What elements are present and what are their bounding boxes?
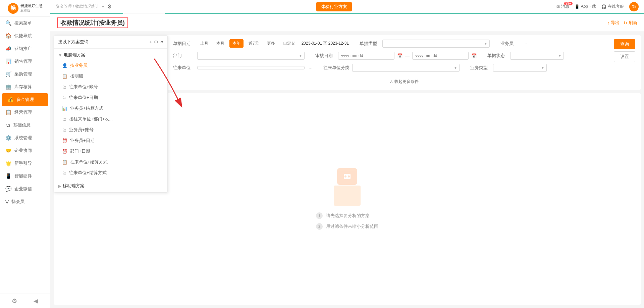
logo-icon: 畅 — [8, 3, 18, 14]
logo-badge: 标准版 — [20, 8, 43, 13]
scheme-item-by_unit_dept[interactable]: 🗂按往来单位+部门+收... — [54, 114, 167, 124]
scheme-item-by_salesperson_settlement[interactable]: 📊业务员+结算方式 — [54, 103, 167, 114]
scheme-settings-icon[interactable]: ⚙ — [154, 39, 158, 45]
counterpart-more-icon[interactable]: ··· — [309, 65, 313, 70]
step-2-text: 用过滤条件来缩小分析范围 — [326, 223, 378, 229]
doc-type-arrow-icon: ▾ — [485, 41, 487, 46]
scheme-item-label-by_salesperson: 按业务员 — [70, 62, 88, 68]
sidebar-item-guide[interactable]: 🌟新手引导 — [0, 157, 50, 170]
this-year-btn[interactable]: 本年 — [229, 39, 244, 48]
scheme-item-by_salesperson_date[interactable]: ⏰业务员+日期 — [54, 135, 167, 146]
app-download-button[interactable]: 📱 App下载 — [575, 4, 596, 9]
salesperson-more-icon[interactable]: ··· — [523, 41, 527, 46]
sidebar-item-label-system: 系统管理 — [14, 135, 32, 141]
sidebar-item-operation[interactable]: 📋经营管理 — [0, 106, 50, 119]
messages-button[interactable]: ✉ 消息 99+ — [556, 4, 569, 9]
pc-section-header[interactable]: ▼ 电脑端方案 — [54, 50, 167, 60]
counterpart-category-select[interactable]: ▾ — [352, 64, 460, 72]
step-num-1: 1 — [316, 212, 323, 219]
sidebar-item-search[interactable]: 🔍搜索菜单 — [0, 17, 50, 30]
this-month-btn[interactable]: 本月 — [213, 39, 227, 48]
scheme-item-label-by_dept_date: 部门+日期 — [70, 148, 90, 154]
scheme-item-by_detail[interactable]: 📋按明细 — [54, 71, 167, 82]
doc-status-label: 单据状态 — [487, 53, 507, 59]
refresh-button[interactable]: ↻ 刷新 — [624, 20, 637, 26]
doc-type-select[interactable]: ▾ — [382, 40, 490, 48]
sidebar-item-label-marketing: 营销推广 — [14, 46, 32, 52]
scheme-panel-header: 按以下方案查询 + ⚙ « — [54, 36, 167, 49]
refresh-label: 刷新 — [629, 20, 637, 26]
member-icon: V — [5, 199, 9, 205]
empty-step-1: 1 请先选择要分析的方案 — [316, 212, 378, 219]
scheme-panel-title: 按以下方案查询 — [58, 39, 147, 45]
main-content: 资金管理 / 收款情况统计 ▾ ⚙ 体验行业方案 ✉ 消息 99+ 📱 App下… — [50, 0, 644, 308]
date-options-group: 上月 本月 本年 近7天 更多 自定义 2023-01-01 至 2023-12… — [197, 39, 349, 48]
counterpart-select[interactable] — [197, 66, 305, 69]
breadcrumb-dropdown-icon[interactable]: ▾ — [102, 4, 104, 9]
last-month-btn[interactable]: 上月 — [197, 39, 211, 48]
sidebar-item-enterprise[interactable]: 🤝企业协同 — [0, 144, 50, 157]
sidebar-item-hardware[interactable]: 📱智能硬件 — [0, 170, 50, 183]
empty-illustration — [334, 168, 361, 206]
custom-date-btn[interactable]: 自定义 — [280, 39, 298, 48]
online-service-button[interactable]: 🎧 在线客服 — [601, 4, 624, 9]
sidebar-item-member[interactable]: V畅会员 — [0, 195, 50, 208]
sidebar-item-label-inventory: 库存核算 — [14, 84, 32, 90]
add-scheme-icon[interactable]: + — [149, 39, 152, 45]
settings-icon[interactable]: ⚙ — [12, 297, 17, 305]
sidebar-item-wechat[interactable]: 💬企业微信 — [0, 183, 50, 195]
scheme-item-by_unit_date[interactable]: 🗂往来单位+日期 — [54, 92, 167, 103]
review-date-start-input[interactable] — [338, 52, 394, 60]
dept-label: 部门 — [173, 53, 193, 59]
scheme-item-by_unit_settlement2[interactable]: 🗂往来单位+结算方式 — [54, 167, 167, 178]
sidebar-item-finance[interactable]: 💰资金管理 — [2, 93, 48, 106]
guide-icon: 🌟 — [5, 160, 12, 166]
mobile-section-header[interactable]: ▶ 移动端方案 — [54, 181, 167, 191]
operation-icon: 📋 — [5, 109, 12, 115]
sidebar-item-system[interactable]: ⚙️系统管理 — [0, 132, 50, 144]
scheme-item-by_salesperson_account[interactable]: 🗂业务员+账号 — [54, 124, 167, 135]
review-date-end-input[interactable] — [412, 52, 469, 60]
scheme-item-by_dept_date[interactable]: ⏰部门+日期 — [54, 146, 167, 157]
calendar-start-icon[interactable]: 📅 — [397, 53, 402, 58]
last-7-days-btn[interactable]: 近7天 — [246, 39, 262, 48]
by_salesperson-scheme-icon: 👤 — [62, 63, 67, 68]
basic-icon: 🗂 — [5, 122, 10, 128]
scheme-collapse-icon[interactable]: « — [160, 39, 163, 45]
biz-type-select[interactable]: ▾ — [493, 64, 547, 72]
logo-text: 畅捷通好生意 — [20, 3, 43, 8]
gear-icon[interactable]: ⚙ — [107, 3, 112, 10]
scheme-item-by_unit_settlement1[interactable]: 📋往来单位+结算方式 — [54, 157, 167, 167]
sidebar-item-purchase[interactable]: 🛒采购管理 — [0, 68, 50, 81]
enterprise-icon: 🤝 — [5, 148, 12, 154]
hardware-icon: 📱 — [5, 173, 12, 179]
sidebar-item-marketing[interactable]: 📣营销推广 — [0, 42, 50, 55]
review-date-label: 审核日期 — [315, 53, 335, 59]
sidebar-item-basic[interactable]: 🗂基础信息 — [0, 119, 50, 132]
sidebar-item-sales[interactable]: 📊销售管理 — [0, 55, 50, 68]
sidebar-item-label-basic: 基础信息 — [13, 122, 31, 128]
step-num-2: 2 — [316, 223, 323, 230]
dept-select[interactable]: ▾ — [197, 52, 305, 60]
user-avatar[interactable]: Rit — [629, 2, 639, 11]
top-bar-actions: ✉ 消息 99+ 📱 App下载 🎧 在线客服 Rit — [556, 2, 639, 11]
more-date-btn[interactable]: 更多 — [264, 39, 278, 48]
sidebar-item-label-hardware: 智能硬件 — [14, 173, 32, 179]
by_dept_date-scheme-icon: ⏰ — [62, 149, 67, 154]
settings-button[interactable]: 设置 — [614, 51, 635, 62]
calendar-end-icon[interactable]: 📅 — [471, 53, 477, 58]
sidebar-item-inventory[interactable]: 🏢库存核算 — [0, 81, 50, 93]
scheme-item-by_unit_account[interactable]: 🗂往来单位+账号 — [54, 82, 167, 92]
sidebar-item-label-operation: 经营管理 — [14, 109, 32, 115]
scheme-item-by_salesperson[interactable]: 👤按业务员 — [54, 60, 167, 71]
export-button[interactable]: ↑ 导出 — [607, 20, 620, 26]
collapse-filters-button[interactable]: ∧ 收起更多条件 — [173, 76, 635, 87]
trial-button[interactable]: 体验行业方案 — [316, 2, 352, 11]
sidebar-item-nav[interactable]: 🏠快捷导航 — [0, 30, 50, 42]
doc-status-select[interactable]: ▾ — [510, 52, 564, 60]
top-bar-left: 资金管理 / 收款情况统计 ▾ ⚙ — [56, 3, 112, 10]
query-button[interactable]: 查询 — [614, 39, 635, 49]
collapse-sidebar-icon[interactable]: ◀ — [34, 297, 38, 305]
page-header: 收款情况统计(按业务员) ↑ 导出 ↻ 刷新 — [50, 14, 644, 32]
biz-type-arrow-icon: ▾ — [542, 65, 544, 70]
